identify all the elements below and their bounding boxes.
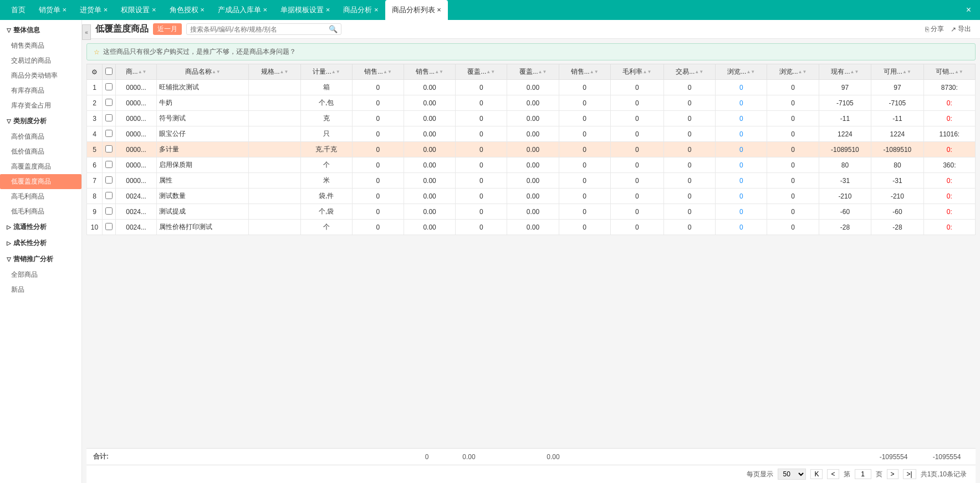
sidebar-item-new-goods[interactable]: 新品: [0, 282, 81, 297]
row-checkbox-input[interactable]: [105, 114, 113, 121]
row-checkbox[interactable]: [103, 204, 116, 220]
nav-role[interactable]: 角色授权 ×: [163, 0, 211, 20]
sidebar-item-high-profit[interactable]: 高毛利商品: [0, 189, 81, 204]
first-page-button[interactable]: K: [810, 469, 823, 479]
row-checkbox[interactable]: [103, 126, 116, 142]
nav-sales[interactable]: 销货单 ×: [32, 0, 73, 20]
sidebar-item-in-stock[interactable]: 有库存商品: [0, 83, 81, 98]
nav-purchase[interactable]: 进货单 ×: [73, 0, 114, 20]
sidebar-group-overall[interactable]: ▽ 整体信息: [0, 22, 81, 38]
table-container[interactable]: ⚙ 商...▲▼ 商品名称▲▼ 规格...▲▼ 计量...▲▼ 销售...▲▼ …: [86, 64, 976, 448]
col-browse1[interactable]: 浏览...▲▼: [716, 64, 767, 80]
row-checkbox-input[interactable]: [105, 145, 113, 152]
row-coverage1: 0: [456, 204, 507, 220]
sort-icon-cov2: ▲▼: [538, 70, 547, 74]
row-code: 0024...: [116, 189, 157, 204]
current-page-input[interactable]: [855, 469, 871, 479]
sidebar-item-stock-capital[interactable]: 库存资金占用: [0, 98, 81, 113]
nav-product-analysis[interactable]: 商品分析 ×: [336, 0, 385, 20]
row-browse1[interactable]: 0: [716, 111, 767, 126]
row-checkbox[interactable]: [103, 142, 116, 157]
col-unit[interactable]: 计量...▲▼: [300, 64, 352, 80]
row-browse1[interactable]: 0: [716, 80, 767, 95]
col-coverage1[interactable]: 覆盖...▲▼: [456, 64, 507, 80]
nav-home[interactable]: 首页: [4, 0, 32, 20]
col-gross-margin[interactable]: 毛利率▲▼: [610, 64, 663, 80]
sidebar-item-all-goods[interactable]: 全部商品: [0, 267, 81, 282]
row-checkbox-input[interactable]: [105, 130, 113, 137]
row-checkbox[interactable]: [103, 80, 116, 95]
col-sales-amt[interactable]: 销售...▲▼: [404, 64, 455, 80]
row-coverage1: 0: [456, 95, 507, 111]
col-current-stock[interactable]: 现有...▲▼: [819, 64, 871, 80]
row-checkbox[interactable]: [103, 95, 116, 111]
sidebar-item-low-coverage[interactable]: 低覆盖度商品: [0, 174, 81, 189]
sidebar-item-high-value[interactable]: 高价值商品: [0, 129, 81, 144]
sidebar-group-category[interactable]: ▽ 类别度分析: [0, 113, 81, 129]
col-sales-qty[interactable]: 销售...▲▼: [352, 64, 404, 80]
sidebar-item-low-value[interactable]: 低价值商品: [0, 144, 81, 159]
row-current-stock: -31: [819, 173, 871, 189]
sidebar-group-marketing[interactable]: ▽ 营销推广分析: [0, 251, 81, 267]
share-button[interactable]: ⎘ 分享: [925, 24, 944, 34]
nav-product-entry[interactable]: 产成品入库单 ×: [211, 0, 274, 20]
col-code[interactable]: 商...▲▼: [116, 64, 157, 80]
row-checkbox[interactable]: [103, 173, 116, 189]
row-checkbox-input[interactable]: [105, 192, 113, 199]
row-browse1[interactable]: 0: [716, 157, 767, 173]
select-all-checkbox[interactable]: [105, 68, 113, 75]
last-page-button[interactable]: >|: [903, 469, 916, 479]
row-browse1[interactable]: 0: [716, 126, 767, 142]
sidebar-item-category-rate[interactable]: 商品分类动销率: [0, 68, 81, 83]
close-all-tabs-button[interactable]: ×: [962, 5, 976, 15]
nav-product-analysis-list[interactable]: 商品分析列表 ×: [385, 0, 448, 20]
nav-permission[interactable]: 权限设置 ×: [114, 0, 162, 20]
sidebar-item-low-profit[interactable]: 低毛利商品: [0, 204, 81, 219]
row-browse1[interactable]: 0: [716, 173, 767, 189]
row-unit: 个: [300, 157, 352, 173]
row-browse1[interactable]: 0: [716, 189, 767, 204]
sidebar-group-circulation[interactable]: ▷ 流通性分析: [0, 219, 81, 235]
col-browse2[interactable]: 浏览...▲▼: [767, 64, 819, 80]
col-checkbox[interactable]: [103, 64, 116, 80]
row-checkbox-input[interactable]: [105, 161, 113, 168]
row-browse1[interactable]: 0: [716, 204, 767, 220]
row-checkbox[interactable]: [103, 220, 116, 235]
next-page-button[interactable]: >: [887, 469, 899, 479]
export-button[interactable]: ↗ 导出: [951, 24, 971, 34]
col-available[interactable]: 可用...▲▼: [871, 64, 924, 80]
row-spec: [249, 95, 300, 111]
collapse-sidebar-button[interactable]: «: [82, 24, 91, 40]
col-settings[interactable]: ⚙: [87, 64, 103, 80]
prev-page-button[interactable]: <: [827, 469, 839, 479]
period-button[interactable]: 近一月: [153, 23, 182, 35]
row-checkbox-input[interactable]: [105, 207, 113, 215]
row-unit: 袋,件: [300, 189, 352, 204]
row-browse1[interactable]: 0: [716, 220, 767, 235]
row-browse1[interactable]: 0: [716, 142, 767, 157]
sidebar-item-high-coverage[interactable]: 高覆盖度商品: [0, 159, 81, 174]
row-checkbox[interactable]: [103, 189, 116, 204]
row-coverage2: 0.00: [507, 80, 559, 95]
row-code: 0000...: [116, 95, 157, 111]
col-name[interactable]: 商品名称▲▼: [157, 64, 249, 80]
per-page-select[interactable]: 50 20 100 200: [778, 469, 806, 480]
col-transaction[interactable]: 交易...▲▼: [664, 64, 716, 80]
col-sales-pct[interactable]: 销售...▲▼: [559, 64, 610, 80]
row-checkbox-input[interactable]: [105, 83, 113, 90]
search-input[interactable]: [190, 26, 329, 33]
row-browse1[interactable]: 0: [716, 95, 767, 111]
sidebar-item-sales-goods[interactable]: 销售类商品: [0, 38, 81, 53]
row-checkbox-input[interactable]: [105, 176, 113, 184]
row-checkbox[interactable]: [103, 111, 116, 126]
nav-template[interactable]: 单据模板设置 ×: [274, 0, 336, 20]
row-checkbox-input[interactable]: [105, 99, 113, 106]
row-sales-qty: 0: [352, 189, 404, 204]
col-spec[interactable]: 规格...▲▼: [249, 64, 300, 80]
row-checkbox-input[interactable]: [105, 223, 113, 230]
sidebar-group-growth[interactable]: ▷ 成长性分析: [0, 235, 81, 251]
row-checkbox[interactable]: [103, 157, 116, 173]
sidebar-item-traded-goods[interactable]: 交易过的商品: [0, 53, 81, 68]
col-sellable[interactable]: 可销...▲▼: [923, 64, 975, 80]
col-coverage2[interactable]: 覆盖...▲▼: [507, 64, 559, 80]
